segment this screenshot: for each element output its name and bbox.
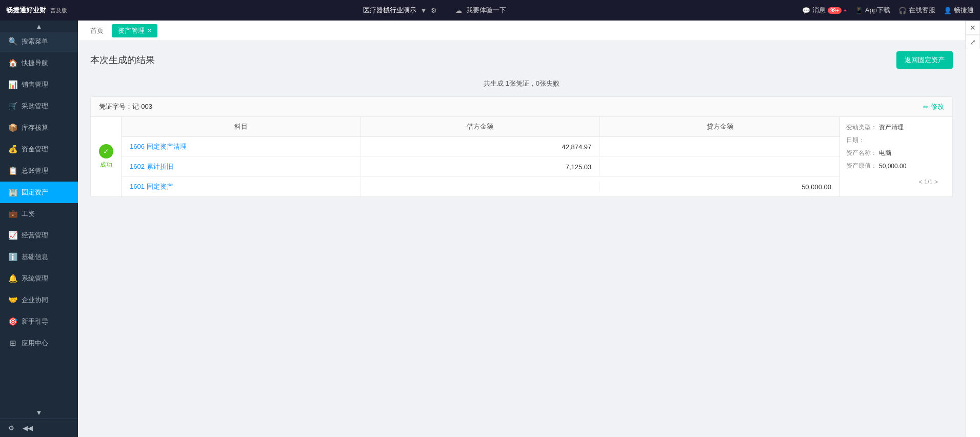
return-btn[interactable]: 返回固定资产 bbox=[896, 51, 953, 69]
sidebar-label-management: 经营管理 bbox=[22, 231, 48, 240]
page-header: 本次生成的结果 返回固定资产 bbox=[90, 51, 953, 69]
message-badge: 99+ bbox=[828, 7, 842, 14]
cooperation-icon: 🤝 bbox=[8, 295, 17, 305]
asset-value-row: 资产原值： 50,000.00 bbox=[846, 162, 946, 170]
table-row: 1606 固定资产清理 42,874.97 bbox=[122, 137, 839, 157]
basic-info-icon: ℹ️ bbox=[8, 252, 17, 262]
settings-icon[interactable]: ⚙ bbox=[431, 7, 437, 14]
row3-debit bbox=[361, 182, 601, 192]
sidebar-item-ledger[interactable]: 📋 总账管理 bbox=[0, 160, 78, 182]
col-subject: 科目 bbox=[122, 117, 361, 136]
pagination[interactable]: < 1/1 > bbox=[846, 174, 946, 190]
dropdown-icon[interactable]: ▼ bbox=[421, 7, 427, 14]
guide-icon: 🎯 bbox=[8, 317, 17, 326]
voucher-no: 凭证字号：记-003 bbox=[99, 102, 152, 111]
sidebar-item-system[interactable]: 🔔 系统管理 bbox=[0, 268, 78, 289]
sidebar-item-fixed-assets[interactable]: 🏢 固定资产 bbox=[0, 182, 78, 203]
table-row: 1602 累计折旧 7,125.03 bbox=[122, 157, 839, 177]
online-service-btn[interactable]: 🎧 在线客服 bbox=[898, 6, 935, 15]
table-main: 科目 借方金额 贷方金额 1606 固定资产清理 42,874.97 1602 … bbox=[122, 117, 839, 196]
date-row: 日期： bbox=[846, 136, 946, 145]
sidebar-scroll-down[interactable]: ▼ bbox=[0, 407, 78, 419]
user-area[interactable]: 👤 畅捷通 bbox=[944, 6, 974, 15]
right-panel: 变动类型： 资产清理 日期： 资产名称： 电脑 资产原值： bbox=[839, 117, 952, 196]
expand-panel-btn[interactable]: ⤢ bbox=[966, 35, 980, 49]
sales-icon: 📊 bbox=[8, 80, 17, 89]
change-type-label: 变动类型： bbox=[846, 123, 877, 132]
sidebar-item-purchase[interactable]: 🛒 采购管理 bbox=[0, 95, 78, 117]
experience-btn[interactable]: 我要体验一下 bbox=[466, 6, 506, 15]
status-column: ✓ 成功 bbox=[91, 117, 122, 196]
tab-bar: 首页 资产管理 × bbox=[78, 21, 965, 41]
side-panel-buttons: ✕ ⤢ bbox=[965, 21, 980, 437]
row1-credit bbox=[600, 142, 839, 152]
table-header: 科目 借方金额 贷方金额 bbox=[122, 117, 839, 137]
sidebar-scroll-up[interactable]: ▲ bbox=[0, 21, 78, 32]
management-icon: 📈 bbox=[8, 231, 17, 240]
asset-value-label: 资产原值： bbox=[846, 162, 877, 170]
sidebar-item-cooperation[interactable]: 🤝 企业协同 bbox=[0, 289, 78, 311]
edit-btn[interactable]: ✏ 修改 bbox=[923, 102, 944, 111]
home-icon: 🏠 bbox=[8, 58, 17, 68]
sidebar-item-management[interactable]: 📈 经营管理 bbox=[0, 225, 78, 246]
sidebar-label-guide: 新手引导 bbox=[22, 317, 48, 326]
row2-subject: 1602 累计折旧 bbox=[122, 157, 361, 176]
edition-badge: 普及版 bbox=[50, 7, 67, 14]
sidebar-label-app-center: 应用中心 bbox=[22, 339, 48, 348]
row2-debit: 7,125.03 bbox=[361, 158, 601, 176]
sidebar-item-search[interactable]: 🔍 搜索菜单 bbox=[0, 31, 78, 52]
message-btn[interactable]: 💬 消息 99+ + bbox=[802, 6, 847, 15]
row2-credit bbox=[600, 162, 839, 172]
content-area: 首页 资产管理 × 本次生成的结果 返回固定资产 共生成 1张凭证，0张失败 凭… bbox=[78, 21, 965, 437]
message-label: 消息 bbox=[812, 6, 826, 15]
sidebar-item-basic-info[interactable]: ℹ️ 基础信息 bbox=[0, 246, 78, 268]
sidebar: ▲ 🔍 搜索菜单 🏠 快捷导航 📊 销售管理 🛒 采购管理 📦 库存核算 💰 资… bbox=[0, 21, 78, 437]
row1-subject: 1606 固定资产清理 bbox=[122, 137, 361, 156]
system-icon: 🔔 bbox=[8, 274, 17, 283]
sidebar-label-basic-info: 基础信息 bbox=[22, 252, 48, 262]
asset-name-label: 资产名称： bbox=[846, 149, 877, 157]
sidebar-item-app-center[interactable]: ⊞ 应用中心 bbox=[0, 332, 78, 354]
sidebar-label-inventory: 库存核算 bbox=[22, 123, 48, 132]
voucher-table: ✓ 成功 科目 借方金额 贷方金额 1606 固定资产清理 42,874.97 bbox=[91, 117, 952, 196]
voucher-header: 凭证字号：记-003 ✏ 修改 bbox=[91, 97, 952, 117]
sidebar-label-quick-nav: 快捷导航 bbox=[22, 58, 48, 68]
sidebar-item-quick-nav[interactable]: 🏠 快捷导航 bbox=[0, 52, 78, 74]
asset-value-value: 50,000.00 bbox=[879, 163, 906, 170]
collapse-icon[interactable]: ◀◀ bbox=[23, 424, 33, 432]
close-panel-btn[interactable]: ✕ bbox=[966, 21, 980, 35]
sidebar-label-purchase: 采购管理 bbox=[22, 102, 48, 111]
sidebar-item-guide[interactable]: 🎯 新手引导 bbox=[0, 311, 78, 332]
ledger-icon: 📋 bbox=[8, 166, 17, 175]
tab-asset-management[interactable]: 资产管理 × bbox=[112, 24, 157, 37]
col-credit: 贷方金额 bbox=[600, 117, 839, 136]
sidebar-item-sales[interactable]: 📊 销售管理 bbox=[0, 74, 78, 95]
sidebar-label-salary: 工资 bbox=[22, 209, 35, 218]
row1-debit: 42,874.97 bbox=[361, 138, 601, 156]
sidebar-label-ledger: 总账管理 bbox=[22, 166, 48, 175]
phone-icon: 📱 bbox=[855, 7, 863, 14]
username: 畅捷通 bbox=[954, 6, 974, 15]
main-layout: ▲ 🔍 搜索菜单 🏠 快捷导航 📊 销售管理 🛒 采购管理 📦 库存核算 💰 资… bbox=[0, 21, 980, 437]
asset-name-row: 资产名称： 电脑 bbox=[846, 149, 946, 157]
avatar-icon: 👤 bbox=[944, 7, 952, 14]
badge-plus: + bbox=[844, 8, 847, 13]
page-content: 本次生成的结果 返回固定资产 共生成 1张凭证，0张失败 凭证字号：记-003 … bbox=[78, 41, 965, 437]
success-circle: ✓ bbox=[99, 144, 113, 158]
summary-line: 共生成 1张凭证，0张失败 bbox=[90, 79, 953, 88]
online-service-label: 在线客服 bbox=[909, 6, 935, 15]
headset-icon: 🎧 bbox=[898, 7, 907, 14]
sidebar-item-capital[interactable]: 💰 资金管理 bbox=[0, 138, 78, 160]
row3-subject: 1601 固定资产 bbox=[122, 177, 361, 196]
app-download-btn[interactable]: 📱 App下载 bbox=[855, 6, 890, 15]
purchase-icon: 🛒 bbox=[8, 102, 17, 111]
sidebar-item-salary[interactable]: 💼 工资 bbox=[0, 203, 78, 225]
tab-active-label: 资产管理 bbox=[118, 26, 145, 35]
settings-bottom-icon[interactable]: ⚙ bbox=[8, 424, 14, 432]
sidebar-label-fixed-assets: 固定资产 bbox=[22, 188, 48, 197]
message-icon: 💬 bbox=[802, 7, 810, 14]
tab-home[interactable]: 首页 bbox=[86, 24, 108, 37]
tab-close-btn[interactable]: × bbox=[148, 27, 151, 34]
sidebar-item-inventory[interactable]: 📦 库存核算 bbox=[0, 117, 78, 138]
sidebar-label-cooperation: 企业协同 bbox=[22, 295, 48, 305]
